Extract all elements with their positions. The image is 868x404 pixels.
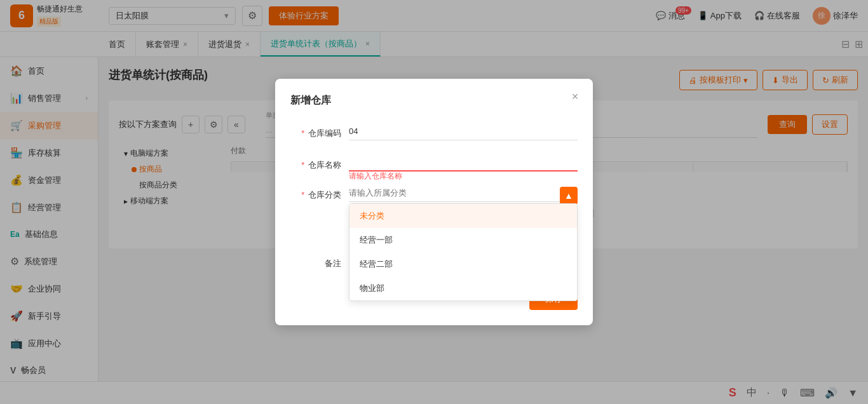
chevron-up-icon: ▲ — [564, 191, 573, 201]
warehouse-class-dropdown-wrap: ▲ 未分类 经营一部 经营二部 物业部 — [349, 184, 578, 202]
warehouse-name-input[interactable] — [349, 153, 578, 172]
dropdown-option-uncategorized[interactable]: 未分类 — [349, 204, 577, 228]
warehouse-class-dropdown-list: 未分类 经营一部 经营二部 物业部 — [349, 203, 578, 301]
dropdown-option-dept2[interactable]: 经营二部 — [349, 252, 577, 276]
warehouse-name-label: * 仓库名称 — [290, 154, 341, 171]
warehouse-code-row: * 仓库编码 — [290, 123, 578, 140]
dropdown-arrow-button[interactable]: ▲ — [560, 187, 578, 205]
warehouse-code-input[interactable] — [349, 123, 578, 140]
required-star-name: * — [301, 160, 304, 170]
dropdown-option-property[interactable]: 物业部 — [349, 276, 577, 300]
warehouse-name-row: * 仓库名称 请输入仓库名称 — [290, 153, 578, 172]
modal-title: 新增仓库 — [290, 94, 578, 107]
required-star-class: * — [301, 190, 304, 199]
warehouse-class-input[interactable] — [349, 184, 578, 202]
required-star-code: * — [301, 128, 304, 138]
modal-close-button[interactable]: × — [567, 89, 583, 104]
new-warehouse-modal: 新增仓库 × * 仓库编码 * 仓库名称 请输入仓库名称 * — [275, 79, 593, 325]
warehouse-class-row: * 仓库分类 ▲ 未分类 经营一部 经营二部 物业部 — [290, 184, 578, 202]
remark-label: 备注 — [290, 253, 341, 269]
warehouse-code-label: * 仓库编码 — [290, 123, 341, 139]
modal-overlay: 新增仓库 × * 仓库编码 * 仓库名称 请输入仓库名称 * — [0, 0, 868, 404]
warehouse-name-error: 请输入仓库名称 — [349, 171, 402, 182]
warehouse-class-label: * 仓库分类 — [290, 184, 341, 201]
dropdown-option-dept1[interactable]: 经营一部 — [349, 228, 577, 252]
